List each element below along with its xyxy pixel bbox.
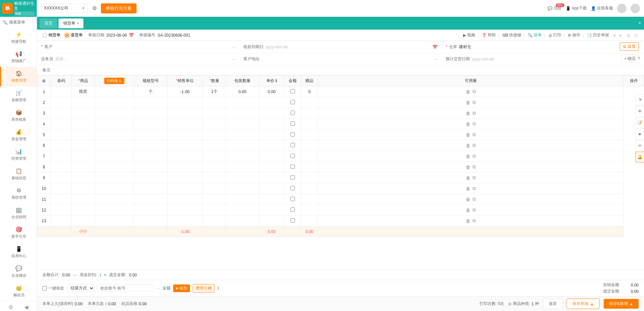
- radio-return-order[interactable]: 退货单: [65, 32, 83, 38]
- sidebar-item-finance[interactable]: 💰 资金管理: [0, 125, 37, 145]
- row-gift-2[interactable]: [284, 97, 301, 108]
- action-print[interactable]: 🖨 打印: [548, 32, 561, 38]
- collection-date-cal-icon[interactable]: 📅: [432, 45, 438, 49]
- sidebar-item-wechat[interactable]: 💬 企业微信: [0, 262, 37, 281]
- delete-icon-1[interactable]: 🗑: [466, 89, 470, 94]
- sidebar-item-beginner[interactable]: 🎯 新手引导: [0, 223, 37, 242]
- sidebar-item-base-info[interactable]: 📋 基础信息: [0, 164, 37, 184]
- sidebar-item-system[interactable]: ⚙ 系统管理: [0, 184, 37, 203]
- date-picker-icon[interactable]: 📅: [129, 33, 134, 38]
- save-draft-button[interactable]: 保存草稿 ▲: [567, 299, 600, 309]
- action-help[interactable]: ❓ 帮助: [482, 32, 496, 38]
- row-qty-2[interactable]: [167, 97, 203, 108]
- row-goods-1[interactable]: 拣货: [72, 86, 95, 97]
- row-barcode-1[interactable]: [51, 86, 72, 97]
- expense-split-button[interactable]: 费用分摊: [193, 284, 215, 293]
- tab-home[interactable]: 首页: [40, 18, 57, 28]
- remark-input[interactable]: [63, 68, 639, 73]
- expected-date-input[interactable]: yyyy-mm-dd: [470, 57, 634, 62]
- row-spec-2[interactable]: [95, 97, 134, 108]
- copy-icon-2[interactable]: ⧉: [472, 100, 476, 105]
- copy-icon-13[interactable]: ⧉: [472, 218, 476, 224]
- tab-sales-order[interactable]: 销货单 ×: [59, 18, 83, 28]
- action-filter[interactable]: 🔍 选单: [528, 32, 542, 38]
- one-click-checkbox-input[interactable]: [42, 286, 47, 290]
- action-operation[interactable]: ⚙ 操作: [568, 32, 580, 38]
- customer-addr-dots-icon[interactable]: ···: [434, 57, 438, 62]
- salesperson-input[interactable]: 选择...: [53, 56, 232, 62]
- settings-button[interactable]: ⚙ 设置: [620, 42, 639, 51]
- bank-account-input[interactable]: [97, 284, 154, 292]
- customer-dots-icon[interactable]: ···: [232, 45, 235, 49]
- copy-icon-3[interactable]: ⧉: [472, 110, 476, 116]
- user-avatar[interactable]: [617, 4, 627, 13]
- row-pkg-qty-1[interactable]: 1个: [203, 86, 226, 97]
- sidebar-item-purchase[interactable]: 🛒 采购管理: [0, 86, 37, 106]
- collection-date-input[interactable]: yyyy-mm-dd: [264, 45, 431, 49]
- sidebar-search[interactable]: 🔍 搜索菜单: [0, 17, 37, 28]
- sidebar-collapse-icon[interactable]: ◀: [24, 304, 28, 310]
- row-gift-1[interactable]: [284, 86, 301, 97]
- sidebar-item-operations[interactable]: 📊 经营管理: [0, 145, 37, 164]
- copy-icon-6[interactable]: ⧉: [472, 143, 476, 148]
- logistics-button[interactable]: + 物流: [621, 54, 639, 63]
- company-selector[interactable]: XXXXXX公司 ▼: [41, 4, 88, 13]
- right-panel-btn-5[interactable]: ✏: [635, 140, 644, 151]
- one-click-collection-checkbox[interactable]: 一键收款: [42, 285, 64, 291]
- online-service-button[interactable]: 👤 在线客服: [591, 5, 613, 11]
- delete-icon-13[interactable]: 🗑: [466, 218, 470, 224]
- copy-icon-8[interactable]: ⧉: [472, 164, 476, 170]
- sidebar-item-marketing[interactable]: 📢 营销推广: [0, 47, 37, 67]
- row-amount-2[interactable]: [259, 97, 284, 108]
- delete-icon-9[interactable]: 🗑: [466, 175, 470, 181]
- copy-icon-9[interactable]: ⧉: [472, 175, 476, 181]
- radio-sales-order[interactable]: 销货单: [42, 32, 61, 38]
- settlement-method-select[interactable]: 结算方式: [67, 284, 94, 292]
- salesperson-dots-icon[interactable]: ···: [232, 57, 235, 62]
- row-price-2[interactable]: [226, 97, 259, 108]
- delete-icon-11[interactable]: 🗑: [466, 197, 470, 202]
- dots-icon[interactable]: ···: [156, 286, 160, 290]
- right-panel-btn-6[interactable]: 🔔: [635, 152, 644, 162]
- row-amount-1[interactable]: 0.00: [259, 86, 284, 97]
- delete-icon-5[interactable]: 🗑: [466, 132, 470, 138]
- sidebar-item-app-center[interactable]: 📱 应用中心: [0, 242, 37, 262]
- tab-close-icon[interactable]: ×: [77, 21, 79, 25]
- message-button[interactable]: 💬 消息 99+: [547, 5, 562, 11]
- copy-icon-12[interactable]: ⧉: [472, 207, 476, 213]
- expense-help-icon[interactable]: ℹ: [218, 286, 219, 290]
- copy-icon-5[interactable]: ⧉: [472, 132, 476, 138]
- sidebar-item-inventory[interactable]: 📦 库存核算: [0, 106, 37, 125]
- user-avatar-2[interactable]: [631, 4, 640, 13]
- row-qty-1[interactable]: -1.00: [167, 86, 203, 97]
- delete-icon-12[interactable]: 🗑: [466, 207, 470, 213]
- right-panel-btn-4[interactable]: ★: [635, 129, 644, 140]
- tabbar-close-icon[interactable]: ×: [638, 20, 641, 26]
- copy-icon-10[interactable]: ⧉: [472, 186, 476, 191]
- right-panel-btn-2[interactable]: 👁: [635, 106, 644, 117]
- sidebar-item-enterprise[interactable]: 🏢 企业协同: [0, 203, 37, 223]
- scan-button[interactable]: 扫码录入: [104, 78, 124, 84]
- action-video[interactable]: ▶ 视频: [463, 32, 475, 38]
- delete-icon-7[interactable]: 🗑: [466, 154, 470, 159]
- delete-icon-2[interactable]: 🗑: [466, 100, 470, 105]
- save-new-button[interactable]: 保存&新增 ▲: [604, 299, 639, 309]
- action-shortcut[interactable]: ⌨ 快捷键: [502, 32, 521, 38]
- delete-icon-3[interactable]: 🗑: [466, 111, 470, 116]
- delete-icon-8[interactable]: 🗑: [466, 164, 470, 170]
- copy-icon-7[interactable]: ⧉: [472, 153, 476, 159]
- row-price-1[interactable]: 0.00: [226, 86, 259, 97]
- col-scan[interactable]: 扫码录入: [95, 76, 134, 86]
- warehouse-input[interactable]: 建材仓: [457, 44, 637, 50]
- copy-icon-1[interactable]: ⧉: [472, 89, 476, 94]
- copy-icon-4[interactable]: ⧉: [472, 121, 476, 127]
- add-button[interactable]: ● 添加: [173, 284, 190, 292]
- col-settings[interactable]: ⚙: [37, 76, 51, 86]
- row-spec-1[interactable]: [95, 86, 134, 97]
- sidebar-item-quick-nav[interactable]: ⚡ 快捷导航: [0, 28, 37, 47]
- abandon-button[interactable]: 放弃: [543, 299, 563, 309]
- action-history[interactable]: 📑 历史单据: [587, 32, 609, 38]
- sidebar-item-sales[interactable]: 🏠 销售管理: [0, 67, 37, 86]
- row-pkg-qty-2[interactable]: [203, 97, 226, 108]
- row-unit-1[interactable]: 个: [134, 86, 167, 97]
